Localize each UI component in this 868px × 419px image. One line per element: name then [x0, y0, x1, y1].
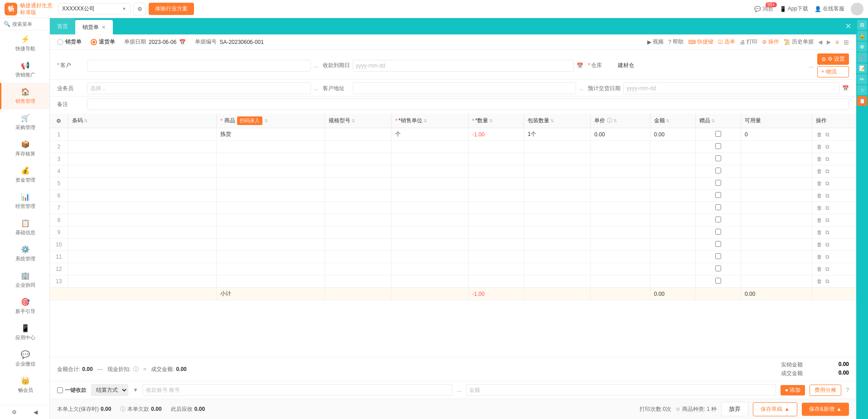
cell-amount[interactable] — [650, 178, 695, 190]
delete-row-icon[interactable]: 🗑 — [817, 266, 822, 272]
action-print[interactable]: 🖨 打印 — [740, 38, 757, 46]
payment-method-select[interactable]: 结算方式 — [91, 384, 128, 396]
cell-pack-qty[interactable] — [524, 263, 591, 275]
delete-row-icon[interactable]: 🗑 — [817, 131, 822, 138]
cell-barcode[interactable] — [68, 153, 217, 165]
remark-input[interactable] — [87, 98, 849, 110]
cell-goods[interactable]: 拣货 — [217, 128, 325, 141]
delivery-calendar-icon[interactable]: 📅 — [842, 85, 849, 92]
cell-spec[interactable] — [325, 153, 392, 165]
sidebar-item-enterprise[interactable]: 🏢 企业协同 — [0, 267, 49, 293]
sidebar-item-marketing[interactable]: 📢 营销推广 — [0, 57, 49, 83]
rs-btn-1[interactable]: ⊞ — [857, 20, 867, 30]
cell-qty[interactable] — [468, 141, 524, 153]
cell-qty[interactable] — [468, 202, 524, 214]
cell-gift[interactable] — [695, 190, 741, 202]
cell-spec[interactable] — [325, 275, 392, 288]
cell-amount[interactable] — [650, 165, 695, 178]
cell-unit[interactable] — [392, 226, 468, 239]
copy-row-icon[interactable]: ⧉ — [825, 144, 829, 150]
customer-input[interactable] — [87, 60, 311, 72]
cell-qty[interactable] — [468, 190, 524, 202]
copy-row-icon[interactable]: ⧉ — [825, 205, 829, 211]
sidebar-item-vip[interactable]: 👑 畅会员 — [0, 372, 49, 398]
cell-qty[interactable] — [468, 239, 524, 251]
cell-amount[interactable] — [650, 251, 695, 263]
delete-row-icon[interactable]: 🗑 — [817, 278, 822, 284]
action-history[interactable]: 📜 历史单据 — [784, 38, 814, 46]
cell-barcode[interactable] — [68, 214, 217, 226]
cell-qty[interactable] — [468, 275, 524, 288]
delete-row-icon[interactable]: 🗑 — [817, 254, 822, 260]
delete-row-icon[interactable]: 🗑 — [817, 180, 822, 187]
sidebar-settings-icon[interactable]: ⚙ — [12, 409, 17, 415]
view-list-icon[interactable]: ≡ — [835, 39, 839, 46]
cell-gift[interactable] — [695, 141, 741, 153]
save-draft-button[interactable]: 保存草稿 ▲ — [753, 402, 797, 416]
cell-goods[interactable] — [217, 226, 325, 239]
account-more-icon[interactable]: ... — [457, 387, 461, 393]
cell-unit[interactable] — [392, 275, 468, 288]
radio-sale[interactable]: 销货单 — [57, 38, 82, 46]
rs-btn-6[interactable]: ✏ — [857, 74, 867, 84]
rs-btn-5[interactable]: 📝 — [857, 63, 867, 73]
company-selector[interactable]: XXXXXX公司 ▼ — [58, 3, 131, 14]
avatar[interactable] — [851, 3, 863, 15]
cell-price[interactable] — [591, 141, 650, 153]
cell-gift[interactable] — [695, 165, 741, 178]
copy-row-icon[interactable]: ⧉ — [825, 193, 829, 199]
cell-pack-qty[interactable] — [524, 190, 591, 202]
cell-qty[interactable] — [468, 153, 524, 165]
cell-pack-qty[interactable]: 1个 — [524, 128, 591, 141]
cell-gift[interactable] — [695, 202, 741, 214]
sidebar-item-finance[interactable]: 💰 资金管理 — [0, 162, 49, 188]
cell-pack-qty[interactable] — [524, 239, 591, 251]
action-video[interactable]: ▶ 视频 — [647, 38, 664, 46]
cell-gift[interactable] — [695, 178, 741, 190]
cell-unit[interactable] — [392, 153, 468, 165]
cell-unit[interactable] — [392, 214, 468, 226]
cell-barcode[interactable] — [68, 275, 217, 288]
copy-row-icon[interactable]: ⧉ — [825, 278, 829, 284]
cell-barcode[interactable] — [68, 128, 217, 141]
discount-info-icon[interactable]: ⓘ — [133, 366, 139, 373]
customer-more-icon[interactable]: ... — [314, 63, 318, 69]
tab-home[interactable]: 首页 — [50, 18, 75, 34]
nav-left-icon[interactable]: ◀ — [818, 39, 822, 45]
cell-gift[interactable] — [695, 128, 741, 141]
cell-barcode[interactable] — [68, 178, 217, 190]
account-input[interactable] — [143, 384, 452, 396]
cell-barcode[interactable] — [68, 239, 217, 251]
delete-row-icon[interactable]: 🗑 — [817, 229, 822, 236]
expected-delivery-input[interactable] — [623, 82, 839, 94]
rs-btn-2[interactable]: 🔒 — [857, 31, 867, 41]
cell-unit[interactable] — [392, 165, 468, 178]
action-operate[interactable]: ⚙ 操作 — [762, 38, 779, 46]
cell-spec[interactable] — [325, 165, 392, 178]
cell-price[interactable]: 0.00 — [591, 128, 650, 141]
action-select[interactable]: ☑ 选单 — [718, 38, 735, 46]
cell-spec[interactable] — [325, 178, 392, 190]
app-download-btn[interactable]: 📱 App下载 — [780, 5, 808, 13]
rs-btn-8[interactable]: 📋 — [857, 96, 867, 106]
customer-addr-input[interactable] — [353, 82, 577, 94]
cell-spec[interactable] — [325, 190, 392, 202]
cell-qty[interactable] — [468, 226, 524, 239]
payment-method-more-icon[interactable]: ▼ — [133, 387, 138, 393]
cell-goods[interactable] — [217, 153, 325, 165]
cell-unit[interactable] — [392, 251, 468, 263]
view-grid-icon[interactable]: ⊞ — [844, 39, 849, 46]
cell-amount[interactable] — [650, 239, 695, 251]
cell-barcode[interactable] — [68, 202, 217, 214]
delete-row-icon[interactable]: 🗑 — [817, 193, 822, 199]
one-click-payment[interactable]: 一键收款 — [57, 386, 87, 394]
rs-btn-7[interactable]: ☆ — [857, 85, 867, 95]
cell-spec[interactable] — [325, 226, 392, 239]
price-info-icon[interactable]: ⓘ — [607, 117, 612, 125]
cell-gift[interactable] — [695, 251, 741, 263]
sidebar-item-system[interactable]: ⚙️ 系统管理 — [0, 241, 49, 267]
cell-price[interactable] — [591, 214, 650, 226]
cell-amount[interactable]: 0.00 — [650, 128, 695, 141]
sidebar-item-basic[interactable]: 📋 基础信息 — [0, 214, 49, 241]
cell-price[interactable] — [591, 153, 650, 165]
